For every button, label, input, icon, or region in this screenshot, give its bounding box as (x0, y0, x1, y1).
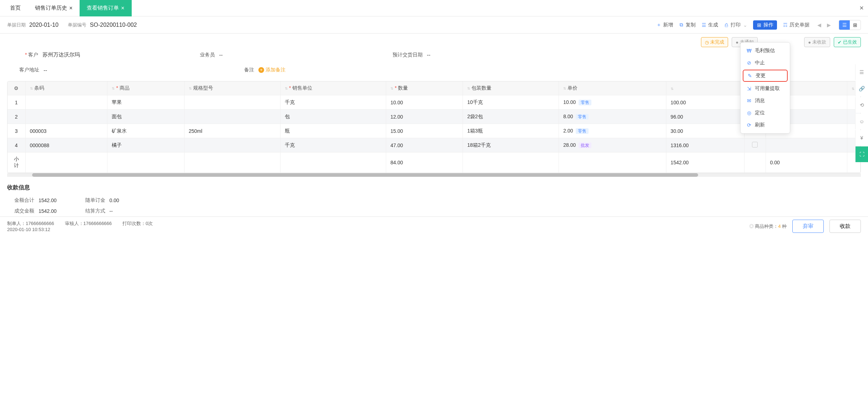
cell-unit: 瓶 (280, 124, 386, 138)
close-icon[interactable]: × (69, 5, 72, 11)
dock-expand-icon[interactable]: ⛶ (855, 146, 868, 162)
cell-price: 28.00 批发 (559, 138, 666, 152)
col-qty[interactable]: ⇅*数量 (386, 81, 463, 95)
action-button[interactable]: ⊞操作 (753, 20, 777, 30)
table-row[interactable]: 3 000003 矿泉水 250ml 瓶 15.00 1箱3瓶 2.00 零售 … (7, 124, 861, 138)
payment-title: 收款信息 (7, 184, 861, 191)
cell-qty: 47.00 (386, 138, 463, 152)
unapprove-button[interactable]: 弃审 (792, 220, 824, 233)
cell-pack: 18箱2千克 (463, 138, 559, 152)
dd-message[interactable]: ✉消息 (741, 95, 790, 107)
generate-button[interactable]: ☰生成 (701, 22, 718, 28)
right-dock: ☰ 🔗 ⟲ ☺ ¥ ⛶ (855, 64, 868, 162)
view-grid-icon[interactable]: ⊞ (850, 20, 861, 30)
footer: 制单人：176666666662020-01-10 10:53:12 审核人：1… (0, 216, 868, 236)
salesman-label: 业务员 (200, 52, 215, 58)
add-note-button[interactable]: +添加备注 (258, 67, 286, 73)
tag-icon: ◎ (749, 224, 755, 229)
col-product[interactable]: ⇅*商品 (107, 81, 184, 95)
cell-product: 矿泉水 (107, 124, 184, 138)
delivery-label: 预计交货日期 (393, 52, 423, 58)
dd-profit[interactable]: ₩毛利预估 (741, 45, 790, 57)
col-unit[interactable]: ⇅*销售单位 (280, 81, 386, 95)
auditor-info: 审核人：17666666666 (65, 220, 112, 232)
copy-button[interactable]: ⧉复制 (679, 22, 696, 28)
col-barcode[interactable]: ⇅条码 (25, 81, 107, 95)
cell-unit: 千克 (280, 95, 386, 110)
generate-icon: ☰ (701, 22, 706, 28)
status-incomplete: ◷未完成 (701, 37, 728, 47)
dd-abort[interactable]: ⊘中止 (741, 57, 790, 69)
method-value: -- (110, 208, 113, 214)
dock-note-icon[interactable]: ☰ (855, 64, 868, 80)
customer-value: 苏州万达沃尔玛 (42, 51, 80, 58)
collect-button[interactable]: 收款 (829, 220, 861, 233)
view-list-icon[interactable]: ☰ (839, 20, 850, 30)
close-all-icon[interactable]: × (859, 4, 864, 12)
extract-icon: ⇲ (746, 86, 752, 91)
table-row[interactable]: 1 苹果 千克 10.00 10千克 10.00 零售 100.00 (7, 95, 861, 110)
row-index: 2 (7, 110, 25, 124)
dd-change[interactable]: ✎变更 (743, 70, 788, 82)
cell-amount: 100.00 (666, 95, 744, 110)
print-button[interactable]: ⎙打印⌄ (724, 22, 747, 28)
cell-unit: 包 (280, 110, 386, 124)
cell-unit: 千克 (280, 138, 386, 152)
status-effective: ✔已生效 (834, 37, 861, 47)
cell-barcode (25, 110, 107, 124)
dock-user-icon[interactable]: ☺ (855, 114, 868, 129)
tab-view-order[interactable]: 查看销售订单× (80, 0, 131, 16)
cell-available (766, 138, 847, 152)
note-label: 备注 (244, 67, 254, 73)
next-icon[interactable]: ▶ (825, 21, 833, 29)
stop-icon: ⊘ (746, 60, 752, 66)
dd-extract[interactable]: ⇲可用量提取 (741, 82, 790, 95)
plus-circle-icon: + (258, 67, 264, 73)
history-bill-button[interactable]: ☶历史单据 (783, 22, 809, 28)
dock-link-icon[interactable]: 🔗 (855, 81, 868, 96)
action-dropdown: ₩毛利预估 ⊘中止 ✎变更 ⇲可用量提取 ✉消息 ◎定位 ⟳刷新 (740, 42, 790, 134)
refresh-icon: ⟳ (746, 122, 752, 128)
cell-pack: 10千克 (463, 95, 559, 110)
deposit-value: 0.00 (110, 198, 119, 203)
new-button[interactable]: ＋新增 (656, 22, 673, 28)
customer-label: *客户 (25, 52, 38, 58)
col-price[interactable]: ⇅单价 (559, 81, 666, 95)
table-row[interactable]: 4 0000088 橘子 千克 47.00 18箱2千克 28.00 批发 13… (7, 138, 861, 152)
cell-product: 面包 (107, 110, 184, 124)
tab-history[interactable]: 销售订单历史× (28, 0, 80, 16)
copy-icon: ⧉ (679, 22, 684, 28)
deal-label: 成交金额 (14, 208, 34, 214)
row-index: 3 (7, 124, 25, 138)
dock-sync-icon[interactable]: ⟲ (855, 97, 868, 113)
cell-qty: 15.00 (386, 124, 463, 138)
price-tag: 零售 (576, 128, 589, 134)
close-icon[interactable]: × (121, 5, 124, 11)
horizontal-scrollbar[interactable] (7, 173, 861, 177)
grid-icon: ⊞ (757, 22, 762, 28)
row-index: 4 (7, 138, 25, 152)
dock-money-icon[interactable]: ¥ (855, 130, 868, 146)
location-icon: ◎ (746, 110, 752, 116)
deposit-label: 随单订金 (85, 197, 105, 204)
tab-bar: 首页 销售订单历史× 查看销售订单× × (0, 0, 868, 16)
table-row[interactable]: 2 面包 包 12.00 2袋2包 8.00 零售 96.00 (7, 110, 861, 124)
total-value: 1542.00 (39, 198, 57, 203)
col-amount[interactable]: ⇅ (666, 81, 744, 95)
col-pack[interactable]: ⇅包装数量 (463, 81, 559, 95)
table-settings-icon[interactable]: ⚙ (7, 81, 25, 95)
status-row: ◷未完成 ●未通知 ●未收款 ✔已生效 (0, 34, 868, 47)
toolbar: 单据日期 2020-01-10 单据编号 SO-20200110-002 ＋新增… (0, 16, 868, 34)
checkbox-icon (752, 142, 758, 148)
bill-date-value: 2020-01-10 (29, 22, 59, 28)
cell-amount: 30.00 (666, 124, 744, 138)
prev-icon[interactable]: ◀ (815, 21, 823, 29)
col-spec[interactable]: ⇅规格型号 (184, 81, 280, 95)
dd-refresh[interactable]: ⟳刷新 (741, 119, 790, 131)
dd-locate[interactable]: ◎定位 (741, 107, 790, 119)
tab-home[interactable]: 首页 (3, 0, 28, 16)
cell-price: 8.00 零售 (559, 110, 666, 124)
row-index: 1 (7, 95, 25, 110)
method-label: 结算方式 (85, 208, 105, 214)
cell-gift[interactable] (744, 138, 766, 152)
